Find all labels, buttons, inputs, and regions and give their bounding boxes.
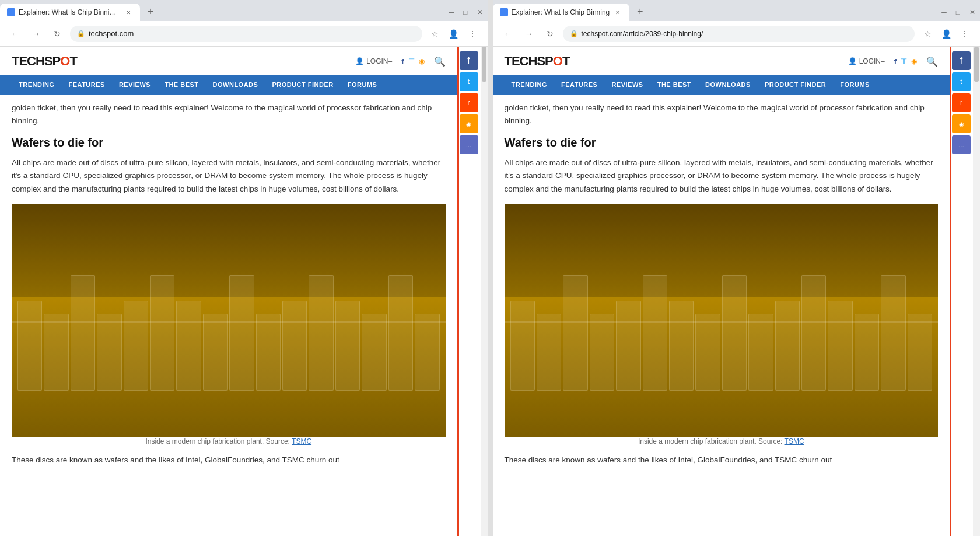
back-btn-right[interactable]: ← [500,26,516,42]
logo-dot-right: O [553,54,562,68]
cpu-link-left[interactable]: CPU [62,171,79,180]
nav-productfinder-right[interactable]: PRODUCT FINDER [758,75,833,95]
tab-close-right[interactable]: ✕ [613,8,622,17]
nav-features-left[interactable]: FEATURES [61,75,111,95]
share-reddit-left[interactable]: r [460,93,478,112]
yellow-overlay-left [12,204,446,437]
search-btn-left[interactable]: 🔍 [434,56,446,67]
minimize-btn-right[interactable]: ─ [942,8,947,16]
facebook-share-icon-left: f [467,55,470,66]
cpu-link-right[interactable]: CPU [555,171,572,180]
twitter-icon-right[interactable]: 𝕋 [901,57,907,66]
nav-trending-left[interactable]: TRENDING [12,75,61,95]
nav-thebest-left[interactable]: THE BEST [158,75,205,95]
login-label-right: LOGIN– [859,57,885,65]
search-btn-right[interactable]: 🔍 [926,56,938,67]
nav-reviews-left[interactable]: REVIEWS [112,75,158,95]
scrollbar-thumb-left[interactable] [482,47,487,82]
article-area-left: TECHSPOT 👤 LOGIN– f 𝕋 ◉ [0,47,457,536]
tab-bar-right: Explainer: What Is Chip Binning ✕ + ─ □ … [493,0,981,21]
logo-dot-left: O [60,54,69,68]
menu-btn-left[interactable]: ⋮ [464,26,481,42]
tsmc-link-left[interactable]: TSMC [292,437,312,445]
refresh-btn-left[interactable]: ↻ [49,26,65,42]
logo-left[interactable]: TECHSPOT [12,54,77,69]
login-btn-left[interactable]: 👤 LOGIN– [355,57,392,65]
facebook-icon-left[interactable]: f [401,57,404,66]
account-btn-left[interactable]: 👤 [446,26,462,42]
rss-share-icon-left: ◉ [466,121,471,127]
nav-reviews-right[interactable]: REVIEWS [604,75,650,95]
scrollbar-thumb-right[interactable] [974,47,979,82]
article-intro-left: golden ticket, then you really need to r… [12,102,446,127]
login-btn-right[interactable]: 👤 LOGIN– [848,57,885,65]
nav-features-right[interactable]: FEATURES [554,75,604,95]
article-next-para-right: These discs are known as wafers and the … [505,454,939,467]
site-content-right: TECHSPOT 👤 LOGIN– f 𝕋 ◉ [493,47,981,536]
graphics-link-right[interactable]: graphics [617,171,647,180]
social-icons-left: f 𝕋 ◉ [401,57,424,66]
share-bar-accent-left [457,47,459,536]
tab-right[interactable]: Explainer: What Is Chip Binning ✕ [493,4,630,21]
share-rss-left[interactable]: ◉ [460,114,478,133]
nav-bar-right: TRENDING FEATURES REVIEWS THE BEST DOWNL… [493,75,950,95]
nav-downloads-left[interactable]: DOWNLOADS [206,75,265,95]
share-bar-accent-right [950,47,951,536]
share-facebook-left[interactable]: f [460,51,478,70]
window-controls-left: ─ □ ✕ [444,4,488,21]
facebook-icon-right[interactable]: f [894,57,897,66]
new-tab-btn-left[interactable]: + [142,4,159,20]
back-btn-left[interactable]: ← [7,26,23,42]
tab-title-left: Explainer: What Is Chip Binnin… [19,8,120,16]
tsmc-link-right[interactable]: TSMC [785,437,804,445]
dram-link-right[interactable]: DRAM [697,171,720,180]
nav-trending-right[interactable]: TRENDING [505,75,554,95]
share-facebook-right[interactable]: f [952,51,971,70]
nav-thebest-right[interactable]: THE BEST [650,75,698,95]
facebook-share-icon-right: f [960,55,963,66]
logo-spot-right: SPOT [537,54,569,68]
scrollbar-left[interactable] [481,47,488,536]
forward-btn-right[interactable]: → [521,26,537,42]
content-scroll-right[interactable]: golden ticket, then you really need to r… [493,95,950,482]
account-btn-right[interactable]: 👤 [938,26,954,42]
dram-link-left[interactable]: DRAM [205,171,228,180]
article-para-right: All chips are made out of discs of ultra… [505,156,939,196]
minimize-btn-left[interactable]: ─ [449,8,454,16]
social-icons-right: f 𝕋 ◉ [894,57,917,66]
nav-forums-left[interactable]: FORUMS [341,75,384,95]
nav-forums-right[interactable]: FORUMS [833,75,877,95]
nav-downloads-right[interactable]: DOWNLOADS [698,75,758,95]
tab-left[interactable]: Explainer: What Is Chip Binnin… ✕ [0,4,140,21]
forward-btn-left[interactable]: → [28,26,44,42]
maximize-btn-right[interactable]: □ [956,8,960,16]
menu-btn-right[interactable]: ⋮ [957,26,973,42]
rss-icon-right[interactable]: ◉ [911,57,917,66]
share-reddit-right[interactable]: r [952,93,971,112]
share-more-left[interactable]: … [460,135,478,154]
url-bar-right[interactable]: 🔒 techspot.com/article/2039-chip-binning… [563,26,915,42]
maximize-btn-left[interactable]: □ [463,8,467,16]
content-scroll-left[interactable]: golden ticket, then you really need to r… [0,95,457,482]
nav-productfinder-left[interactable]: PRODUCT FINDER [265,75,340,95]
tab-close-left[interactable]: ✕ [124,8,133,17]
star-btn-right[interactable]: ☆ [919,26,936,42]
share-rss-right[interactable]: ◉ [952,114,971,133]
url-bar-left[interactable]: 🔒 techspot.com [70,26,422,42]
share-twitter-right[interactable]: t [952,72,971,91]
star-btn-left[interactable]: ☆ [427,26,443,42]
tab-title-right: Explainer: What Is Chip Binning [512,8,610,16]
twitter-icon-left[interactable]: 𝕋 [409,57,414,66]
scrollbar-right[interactable] [973,47,980,536]
refresh-btn-right[interactable]: ↻ [542,26,558,42]
share-more-right[interactable]: … [952,135,971,154]
new-tab-btn-right[interactable]: + [632,4,648,20]
graphics-link-left[interactable]: graphics [125,171,155,180]
close-btn-right[interactable]: ✕ [970,8,975,16]
article-area-right: TECHSPOT 👤 LOGIN– f 𝕋 ◉ [493,47,950,536]
share-twitter-left[interactable]: t [460,72,478,91]
rss-icon-left[interactable]: ◉ [419,57,425,66]
logo-right[interactable]: TECHSPOT [505,54,570,69]
close-btn-left[interactable]: ✕ [477,8,483,16]
header-top-left: TECHSPOT 👤 LOGIN– f 𝕋 ◉ [12,54,446,75]
